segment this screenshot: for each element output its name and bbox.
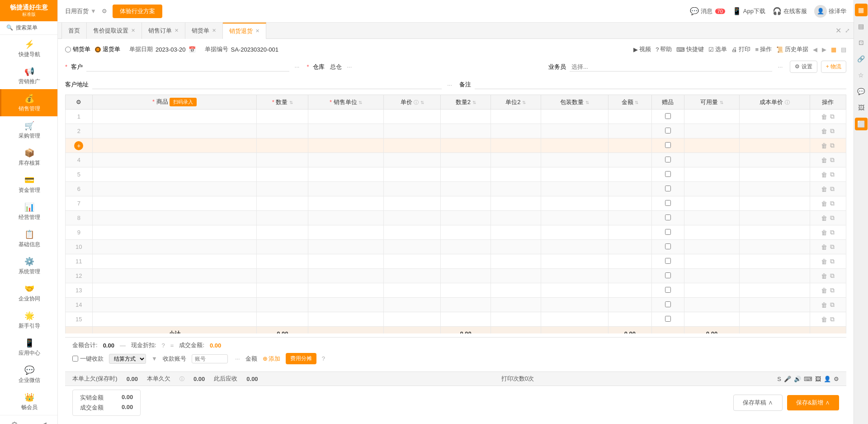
package-qty-cell[interactable] [541, 240, 608, 254]
img-icon[interactable]: 🖼 [815, 376, 821, 382]
quantity2-cell[interactable] [441, 225, 491, 240]
gift-checkbox[interactable] [665, 258, 671, 264]
delete-row-icon[interactable]: 🗑 [821, 301, 827, 309]
right-sidebar-grid1[interactable]: ▦ [855, 4, 868, 16]
gift-checkbox[interactable] [665, 157, 671, 162]
available-cell[interactable] [684, 283, 740, 298]
quantity2-cell[interactable] [441, 167, 491, 182]
right-sidebar-upload[interactable]: ⬜ [855, 118, 868, 130]
quantity2-cell[interactable] [441, 110, 491, 124]
sidebar-item-promotion[interactable]: 📢 营销推广 [0, 62, 57, 89]
goods-cell[interactable] [92, 254, 257, 269]
delete-row-icon[interactable]: 🗑 [821, 214, 827, 222]
delete-row-icon[interactable]: 🗑 [821, 200, 827, 207]
available-cell[interactable] [684, 240, 740, 254]
available-cell[interactable] [684, 138, 740, 153]
speaker-icon[interactable]: 🔊 [794, 376, 801, 382]
save-draft-button[interactable]: 保存草稿 ∧ [733, 395, 783, 411]
quantity2-cell[interactable] [441, 211, 491, 225]
gift-cell[interactable] [651, 211, 684, 225]
tab-home[interactable]: 首页 [61, 23, 87, 39]
setting-button[interactable]: ⚙ 设置 [790, 61, 817, 73]
calc-method-dropdown-icon[interactable]: ▼ [151, 355, 157, 362]
copy-row-icon[interactable]: ⧉ [830, 113, 835, 120]
quantity-cell[interactable] [257, 240, 308, 254]
package-qty-cell[interactable] [541, 182, 608, 196]
note-input[interactable] [475, 80, 846, 89]
amount-cell[interactable] [608, 167, 651, 182]
goods-input[interactable] [94, 142, 255, 149]
fenyong-button[interactable]: 费用分摊 [286, 353, 316, 364]
unit2-sort-icon[interactable]: ⇅ [522, 100, 526, 105]
calendar-icon[interactable]: 📅 [189, 46, 196, 53]
delete-row-icon[interactable]: 🗑 [821, 229, 827, 236]
available-sort-icon[interactable]: ⇅ [720, 100, 723, 105]
radio-return[interactable]: 退货单 [95, 45, 120, 53]
sales-unit-cell[interactable] [308, 124, 384, 138]
unit-price-cell[interactable] [384, 269, 441, 283]
sidebar-item-wechat[interactable]: 💬 企业微信 [0, 361, 57, 388]
experience-button[interactable]: 体验行业方案 [113, 5, 162, 18]
goods-cell[interactable] [92, 211, 257, 225]
available-cell[interactable] [684, 298, 740, 312]
available-cell[interactable] [684, 196, 740, 211]
quantity2-cell[interactable] [441, 283, 491, 298]
copy-row-icon[interactable]: ⧉ [830, 171, 835, 178]
unit2-cell[interactable] [491, 110, 541, 124]
tab-price-extract-close[interactable]: ✕ [131, 28, 135, 33]
available-cell[interactable] [684, 153, 740, 167]
quantity-cell[interactable] [257, 110, 308, 124]
available-cell[interactable] [684, 182, 740, 196]
package-qty-cell[interactable] [541, 225, 608, 240]
package-qty-sort-icon[interactable]: ⇅ [585, 100, 589, 105]
unit2-cell[interactable] [491, 269, 541, 283]
sales-unit-cell[interactable] [308, 196, 384, 211]
amount-sort-icon[interactable]: ⇅ [635, 100, 638, 105]
warehouse-more-icon[interactable]: ··· [347, 63, 352, 70]
select-action[interactable]: ☑ 选单 [708, 45, 727, 53]
right-sidebar-grid2[interactable]: ▤ [855, 20, 868, 33]
video-action[interactable]: ▶ 视频 [633, 45, 651, 53]
tab-sales-order-close[interactable]: ✕ [175, 28, 179, 33]
amount-cell[interactable] [608, 269, 651, 283]
logistics-button[interactable]: + 物流 [821, 61, 846, 73]
gift-cell[interactable] [651, 225, 684, 240]
available-cell[interactable] [684, 110, 740, 124]
unit-price-cell[interactable] [384, 211, 441, 225]
gift-checkbox[interactable] [665, 214, 671, 220]
sidebar-item-system[interactable]: ⚙️ 系统管理 [0, 252, 57, 279]
sidebar-item-operations[interactable]: 📊 经营管理 [0, 198, 57, 225]
col-gear[interactable]: ⚙ [66, 95, 93, 110]
save-new-button[interactable]: 保存&新增 ∧ [787, 395, 839, 410]
gift-cell[interactable] [651, 283, 684, 298]
amount-cell[interactable] [608, 196, 651, 211]
sidebar-item-member[interactable]: 👑 畅会员 [0, 388, 57, 415]
person-icon[interactable]: 👤 [824, 376, 831, 382]
view-toggle2[interactable]: ▤ [841, 46, 846, 53]
package-qty-cell[interactable] [541, 312, 608, 327]
one-click-payment-checkbox[interactable] [72, 356, 78, 362]
sales-unit-cell[interactable] [308, 167, 384, 182]
goods-cell[interactable] [92, 283, 257, 298]
sales-unit-cell[interactable] [308, 269, 384, 283]
gift-cell[interactable] [651, 153, 684, 167]
quantity2-cell[interactable] [441, 298, 491, 312]
sogou-icon[interactable]: S [777, 376, 781, 382]
print-action[interactable]: 🖨 打印 [731, 45, 750, 53]
unit-price-cell[interactable] [384, 153, 441, 167]
amount-cell[interactable] [608, 298, 651, 312]
gift-checkbox[interactable] [665, 113, 671, 119]
shortcut-action[interactable]: ⌨ 快捷键 [676, 45, 704, 53]
amount-cell[interactable] [608, 283, 651, 298]
radio-sales[interactable]: 销货单 [65, 45, 90, 53]
sales-unit-cell[interactable] [308, 312, 384, 327]
quantity-cell[interactable] [257, 254, 308, 269]
goods-cell[interactable] [92, 196, 257, 211]
goods-cell[interactable] [92, 138, 257, 153]
unit2-cell[interactable] [491, 138, 541, 153]
sales-unit-cell[interactable] [308, 211, 384, 225]
history-action[interactable]: 📜 历史单据 [776, 45, 808, 53]
unit2-cell[interactable] [491, 124, 541, 138]
fenyong-question-icon[interactable]: ? [322, 355, 325, 362]
quantity-cell[interactable] [257, 269, 308, 283]
